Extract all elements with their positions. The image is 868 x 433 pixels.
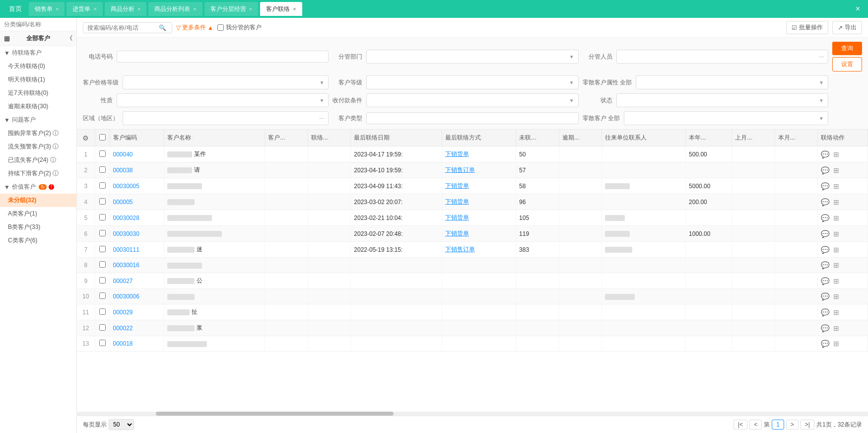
tab-customer-layer[interactable]: 客户分层经营 × [204, 2, 258, 16]
region-input[interactable]: ··· [123, 111, 329, 125]
row-checkbox[interactable] [95, 242, 110, 258]
sidebar-item-declining[interactable]: 持续下滑客户(2) ⓘ [0, 167, 76, 180]
row-checkbox[interactable] [95, 226, 110, 242]
retail-customer-select[interactable]: ▼ [624, 111, 828, 125]
row-checkbox[interactable] [95, 304, 110, 320]
sidebar-group-problem[interactable]: ▼ 问题客户 [0, 113, 76, 127]
close-icon[interactable]: × [293, 6, 296, 12]
more-action-icon[interactable]: ⊞ [833, 214, 839, 222]
my-customers-checkbox[interactable]: 我分管的客户 [217, 23, 262, 32]
row-checkbox[interactable] [95, 210, 110, 226]
contact-icon[interactable]: 💬 [821, 182, 829, 190]
more-action-icon[interactable]: ⊞ [833, 198, 839, 206]
more-action-icon[interactable]: ⊞ [833, 292, 839, 300]
th-overdue[interactable]: 逾期...: [559, 130, 601, 146]
contact-icon[interactable]: 💬 [821, 214, 829, 222]
more-conditions-btn[interactable]: ▽ 更多条件 ▲ [176, 23, 213, 32]
batch-ops-btn[interactable]: ☑ 批量操作 [786, 21, 828, 34]
row-last-way[interactable]: 下销售订单 [442, 242, 516, 258]
row-checkbox[interactable] [95, 146, 110, 162]
more-action-icon[interactable]: ⊞ [833, 182, 839, 190]
contact-icon[interactable]: 💬 [821, 150, 829, 158]
contact-icon[interactable]: 💬 [821, 198, 829, 206]
row-checkbox[interactable] [95, 178, 110, 194]
customer-level-select[interactable]: ▼ [366, 75, 578, 89]
sidebar-item-a-class[interactable]: A类客户(1) [0, 207, 76, 220]
th-this-month[interactable]: 本月...: [775, 130, 817, 146]
tab-sales[interactable]: 销售单 × [29, 2, 65, 16]
contact-icon[interactable]: 💬 [821, 324, 829, 332]
current-page[interactable]: 1 [772, 420, 784, 430]
th-checkbox[interactable] [95, 130, 110, 146]
collapse-icon[interactable]: 《 [67, 34, 72, 43]
sidebar-item-today-pending[interactable]: 今天待联络(0) [0, 60, 76, 73]
sidebar-item-tomorrow-pending[interactable]: 明天待联络(1) [0, 73, 76, 86]
close-icon[interactable]: × [193, 6, 196, 12]
more-action-icon[interactable]: ⊞ [833, 308, 839, 316]
close-icon[interactable]: × [56, 6, 59, 12]
contact-icon[interactable]: 💬 [821, 230, 829, 238]
window-close-icon[interactable]: × [852, 4, 864, 13]
contact-icon[interactable]: 💬 [821, 292, 829, 300]
customer-search-input[interactable] [87, 24, 157, 31]
row-checkbox[interactable] [95, 289, 110, 304]
tab-product-list[interactable]: 商品分析列表 × [148, 2, 202, 16]
th-contact-col[interactable]: 联络...: [308, 130, 350, 146]
tab-purchase[interactable]: 进货单 × [67, 2, 102, 16]
th-code[interactable]: 客户编码: [110, 130, 164, 146]
contact-icon[interactable]: 💬 [821, 166, 829, 174]
phone-input[interactable] [117, 51, 329, 63]
manager-input[interactable]: ··· [616, 50, 828, 64]
th-partner[interactable]: 往来单位联系人: [602, 130, 686, 146]
th-settings[interactable]: ⚙ [77, 130, 95, 146]
more-action-icon[interactable]: ⊞ [833, 230, 839, 238]
category-search-input[interactable] [4, 21, 77, 28]
close-icon[interactable]: × [137, 6, 140, 12]
close-icon[interactable]: × [249, 6, 252, 12]
contact-icon[interactable]: 💬 [821, 261, 829, 269]
th-last-month[interactable]: 上月...: [732, 130, 775, 146]
tab-customer-contact[interactable]: 客户联络 × [260, 2, 302, 16]
th-year-amt[interactable]: 本年...: [686, 130, 732, 146]
more-action-icon[interactable]: ⊞ [833, 277, 839, 285]
query-button[interactable]: 查询 [832, 42, 862, 55]
th-unlink[interactable]: 未联...: [516, 130, 559, 146]
department-select[interactable]: ▼ [366, 50, 578, 64]
row-last-way[interactable]: 下销货单 [442, 194, 516, 210]
more-action-icon[interactable]: ⊞ [833, 246, 839, 254]
sidebar-item-ungroup[interactable]: 未分组(32) [0, 194, 76, 207]
next-page-btn[interactable]: > [786, 420, 799, 430]
customer-type-input[interactable] [366, 112, 578, 124]
th-name[interactable]: 客户名称: [164, 130, 265, 146]
scrollbar-thumb[interactable] [156, 412, 393, 416]
sidebar-item-churn-warn[interactable]: 流失预警客户(3) ⓘ [0, 140, 76, 153]
more-action-icon[interactable]: ⊞ [833, 166, 839, 174]
sidebar-item-churned[interactable]: 已流失客户(24) ⓘ [0, 153, 76, 167]
row-last-way[interactable]: 下销货单 [442, 146, 516, 162]
page-size-select[interactable]: 50 100 200 [109, 419, 134, 430]
sidebar-item-c-class[interactable]: C类客户(6) [0, 234, 76, 247]
tab-product-analysis[interactable]: 商品分析 × [105, 2, 146, 16]
retail-attr-select[interactable]: ▼ [636, 75, 828, 89]
row-last-way[interactable]: 下销货单 [442, 178, 516, 194]
more-action-icon[interactable]: ⊞ [833, 340, 839, 348]
price-level-select[interactable]: ▼ [123, 75, 329, 89]
row-checkbox[interactable] [95, 273, 110, 289]
prev-page-btn[interactable]: < [749, 420, 762, 430]
row-checkbox[interactable] [95, 194, 110, 210]
more-action-icon[interactable]: ⊞ [833, 324, 839, 332]
sidebar-item-overdue[interactable]: 逾期未联络(30) [0, 100, 76, 113]
more-action-icon[interactable]: ⊞ [833, 261, 839, 269]
row-checkbox[interactable] [95, 336, 110, 352]
row-last-way[interactable]: 下销货单 [442, 210, 516, 226]
row-last-way[interactable]: 下销货单 [442, 226, 516, 242]
sidebar-item-b-class[interactable]: B类客户(33) [0, 220, 76, 234]
reset-button[interactable]: 设置 [832, 57, 862, 72]
sidebar-group-pending[interactable]: ▼ 待联络客户 [0, 46, 76, 60]
payment-select[interactable]: ▼ [366, 93, 578, 107]
th-last-date[interactable]: 最后联络日期: [351, 130, 442, 146]
sidebar-all-customers[interactable]: ⊞ 全部客户 《 [0, 31, 76, 46]
row-checkbox[interactable] [95, 258, 110, 273]
sidebar-group-value[interactable]: ▼ 价值客户 ↻ ! [0, 180, 76, 194]
row-checkbox[interactable] [95, 162, 110, 178]
